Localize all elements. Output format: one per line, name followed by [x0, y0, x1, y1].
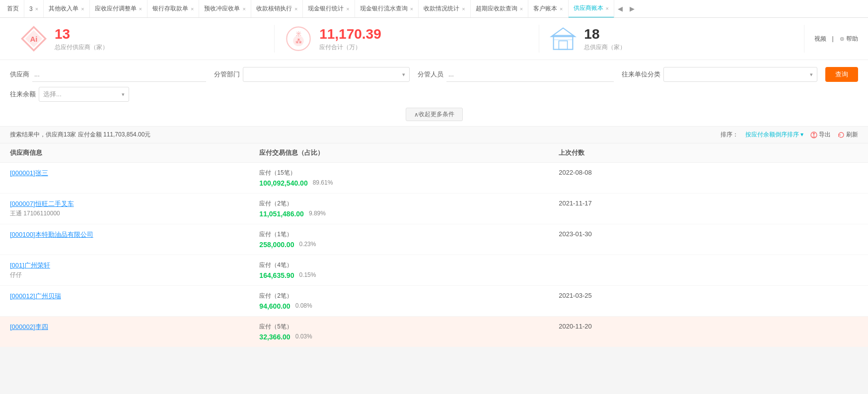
nav-tab-label: 超期应收款查询	[476, 4, 517, 13]
dept-select[interactable]: ▾	[243, 67, 410, 82]
tx-label: 应付（15笔）	[259, 169, 559, 177]
summary-text-all: 18 总供应商（家）	[584, 26, 626, 52]
payable-suppliers-label: 总应付供应商（家）	[55, 43, 108, 52]
tx-amount[interactable]: 258,000.00	[259, 241, 294, 249]
table-row: [001]广州荣轩 仔仔 应付（4笔） 164,635.90 0.15%	[0, 255, 868, 286]
close-icon[interactable]: ×	[139, 6, 142, 12]
nav-tab-cash-flow[interactable]: 现金银行流水查询 ×	[355, 0, 419, 18]
close-icon[interactable]: ×	[520, 6, 523, 12]
table-row: [000001]张三 应付（15笔） 100,092,540.00 89.61%…	[0, 163, 868, 194]
all-suppliers-label: 总供应商（家）	[584, 43, 626, 52]
last-pay-cell: 2020-11-20	[559, 323, 758, 330]
supplier-link[interactable]: [000007]恒旺二手叉车	[10, 199, 259, 208]
diamond-icon: Ai	[20, 25, 48, 53]
nav-tab-adjustment[interactable]: 应收应付调整单 ×	[90, 0, 147, 18]
nav-tab-label: 现金银行统计	[308, 4, 344, 13]
close-icon[interactable]: ×	[462, 6, 465, 12]
tx-amount[interactable]: 164,635.90	[259, 271, 294, 279]
nav-tab-label: 客户账本	[533, 4, 557, 13]
nav-tab-pre-collect[interactable]: 预收冲应收单 ×	[199, 0, 251, 18]
nav-tab-overdue[interactable]: 超期应收款查询 ×	[471, 0, 528, 18]
nav-scroll-right[interactable]: ▶	[626, 0, 638, 18]
close-icon[interactable]: ×	[191, 6, 194, 12]
category-label: 往来单位分类	[622, 70, 660, 79]
export-icon	[810, 131, 817, 138]
supplier-link[interactable]: [001]广州荣轩	[10, 261, 259, 270]
sort-label: 排序：	[721, 131, 738, 139]
transaction-cell: 应付（2笔） 94,600.00 0.08%	[259, 292, 559, 310]
store-icon	[549, 25, 577, 53]
query-button[interactable]: 查询	[825, 67, 858, 82]
payable-suppliers-count: 13	[55, 26, 108, 43]
filter-supplier: 供应商	[10, 67, 206, 82]
nav-tab-label: 银行存取款单	[152, 4, 188, 13]
tx-label: 应付（4笔）	[259, 261, 559, 269]
supplier-link[interactable]: [000012]广州贝瑞	[10, 292, 259, 301]
nav-tab-cash-stat[interactable]: 现金银行统计 ×	[303, 0, 355, 18]
sort-value[interactable]: 按应付余额倒序排序 ▾	[745, 131, 803, 139]
tx-amount[interactable]: 11,051,486.00	[259, 210, 304, 218]
nav-tab-collection[interactable]: 收款核销执行 ×	[251, 0, 303, 18]
close-icon[interactable]: ×	[410, 6, 413, 12]
close-icon[interactable]: ×	[242, 6, 245, 12]
close-icon[interactable]: ×	[606, 5, 609, 11]
supplier-input[interactable]	[32, 67, 206, 82]
chevron-down-icon: ▾	[800, 131, 803, 138]
tx-amount[interactable]: 32,366.00	[259, 333, 290, 341]
help-link[interactable]: ⊙ 帮助	[840, 35, 858, 43]
nav-scroll-left[interactable]: ◀	[614, 0, 626, 18]
nav-tab-home[interactable]: 首页	[2, 0, 24, 18]
refresh-button[interactable]: 刷新	[838, 131, 858, 139]
nav-tab-3[interactable]: 3 ×	[24, 0, 44, 18]
summary-card-all-suppliers: 18 总供应商（家）	[539, 25, 804, 53]
filter-balance: 往来余额 选择... ▾	[10, 87, 129, 102]
payable-total-label: 应付合计（万）	[319, 43, 381, 52]
result-bar: 搜索结果中，供应商13家 应付金额 111,703,854.00元 排序： 按应…	[0, 127, 868, 143]
video-link[interactable]: 视频	[814, 35, 826, 43]
nav-tab-other-income[interactable]: 其他收入单 ×	[44, 0, 89, 18]
filter-category: 往来单位分类 ▾	[622, 67, 818, 82]
summary-card-payable-total: 米 ⁂ 11,170.39 应付合计（万）	[275, 25, 539, 53]
nav-tab-label: 收款核销执行	[256, 4, 292, 13]
close-icon[interactable]: ×	[560, 6, 563, 12]
person-input[interactable]	[446, 67, 614, 82]
collapse-label: 收起更多条件	[419, 110, 454, 119]
tx-row: 11,051,486.00 9.89%	[259, 209, 559, 218]
supplier-link[interactable]: [000100]本特勤油品有限公司	[10, 230, 259, 239]
export-button[interactable]: 导出	[810, 131, 831, 139]
nav-tab-bank[interactable]: 银行存取款单 ×	[147, 0, 199, 18]
collapse-button[interactable]: ∧ 收起更多条件	[406, 108, 463, 121]
export-label: 导出	[819, 131, 831, 139]
balance-select[interactable]: 选择... ▾	[39, 87, 129, 102]
result-summary-text: 搜索结果中，供应商13家 应付金额 111,703,854.00元	[10, 131, 150, 139]
tx-row: 100,092,540.00 89.61%	[259, 178, 559, 187]
supplier-link[interactable]: [000001]张三	[10, 169, 259, 178]
supplier-link[interactable]: [000002]李四	[10, 323, 259, 331]
last-pay-date: 2020-11-20	[559, 321, 592, 330]
col-header-transaction: 应付交易信息（占比）	[259, 148, 559, 157]
tx-row: 164,635.90 0.15%	[259, 270, 559, 279]
tx-amount[interactable]: 100,092,540.00	[259, 179, 307, 187]
table-row: [000012]广州贝瑞 应付（2笔） 94,600.00 0.08% 2021…	[0, 286, 868, 317]
chevron-down-icon: ▾	[810, 71, 813, 78]
close-icon[interactable]: ×	[35, 6, 38, 12]
chevron-down-icon: ▾	[122, 91, 125, 98]
tx-pct: 89.61%	[313, 179, 333, 186]
nav-tab-customer-ledger[interactable]: 客户账本 ×	[528, 0, 568, 18]
table-header: 供应商信息 应付交易信息（占比） 上次付数	[0, 143, 868, 163]
nav-tab-label: 收款情况统计	[424, 4, 459, 13]
supplier-info-cell: [000100]本特勤油品有限公司	[10, 230, 259, 239]
table-row: [000100]本特勤油品有限公司 应付（1笔） 258,000.00 0.23…	[0, 224, 868, 255]
table-row: [000007]恒旺二手叉车 王通 17106110000 应付（2笔） 11,…	[0, 194, 868, 224]
close-icon[interactable]: ×	[81, 6, 84, 12]
tx-amount[interactable]: 94,600.00	[259, 302, 290, 310]
nav-tab-supplier-ledger[interactable]: 供应商账本 ×	[569, 0, 614, 18]
col-header-extra	[758, 148, 858, 157]
close-icon[interactable]: ×	[294, 6, 297, 12]
nav-tab-collect-stat[interactable]: 收款情况统计 ×	[419, 0, 470, 18]
category-select[interactable]: ▾	[663, 67, 818, 82]
summary-text-payable: 13 总应付供应商（家）	[55, 26, 108, 52]
svg-text:Ai: Ai	[30, 35, 37, 43]
tx-pct: 0.03%	[295, 333, 312, 340]
close-icon[interactable]: ×	[346, 6, 349, 12]
